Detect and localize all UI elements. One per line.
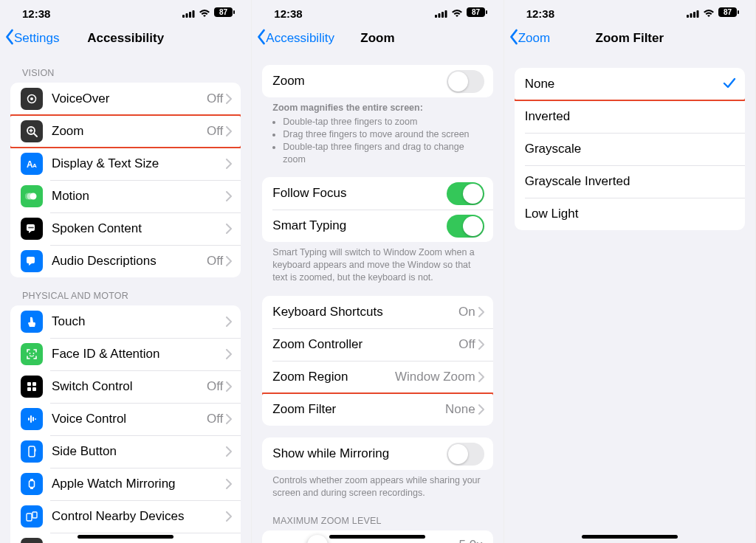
mirroring-group: Show while Mirroring [262,437,492,470]
row-zoom[interactable]: Zoom Off [10,115,241,148]
row-label: Zoom Filter [272,402,445,417]
svg-rect-37 [27,513,32,521]
zoom-note: Drag three fingers to move around the sc… [283,128,482,141]
row-voice-control[interactable]: Voice Control Off [10,403,241,435]
switch-control-icon [21,376,43,398]
chevron-right-icon [478,372,484,382]
chevron-right-icon [226,126,232,136]
option-label: Grayscale [525,142,736,156]
chevron-back-icon [509,29,518,49]
svg-rect-55 [738,10,739,14]
mirroring-toggle[interactable] [447,443,484,466]
svg-point-19 [30,227,32,229]
svg-rect-53 [696,10,698,18]
row-motion[interactable]: Motion [10,180,241,212]
row-touch[interactable]: Touch [10,305,241,338]
row-zoom-region[interactable]: Zoom Region Window Zoom [262,361,492,393]
status-bar: 12:38 87 [252,0,503,22]
row-detail: Off [207,124,223,139]
svg-rect-24 [27,382,31,386]
svg-rect-26 [27,387,31,391]
row-spoken-content[interactable]: Spoken Content [10,212,241,245]
row-label: Apple Watch Mirroring [52,477,226,491]
svg-rect-50 [687,15,689,18]
row-nearby-devices[interactable]: Control Nearby Devices [10,500,241,533]
chevron-right-icon [226,224,232,234]
option-grayscale-inverted[interactable]: Grayscale Inverted [515,165,745,198]
option-none[interactable]: None [515,68,745,100]
battery-text: 87 [219,8,228,16]
zoom-note: Double-tap three fingers and drag to cha… [283,141,482,166]
row-zoom-controller[interactable]: Zoom Controller Off [262,328,492,361]
back-label: Settings [14,31,59,46]
back-button[interactable]: Accessibility [252,29,334,49]
checkmark-icon [723,77,736,91]
svg-rect-45 [441,12,444,18]
smart-typing-toggle[interactable] [447,215,484,238]
chevron-right-icon [226,381,232,392]
chevron-right-icon [226,479,232,489]
vision-group: VoiceOver Off Zoom Off AA Display & Text… [10,83,241,277]
row-label: Motion [52,189,226,204]
row-side-button[interactable]: Side Button [10,435,241,468]
option-inverted[interactable]: Inverted [515,100,745,133]
svg-point-18 [29,227,30,229]
back-button[interactable]: Settings [0,29,59,49]
home-indicator [329,535,425,539]
row-keyboard-shortcuts[interactable]: Keyboard Shortcuts On [262,296,492,328]
chevron-right-icon [226,159,232,169]
side-button-icon [21,440,43,463]
row-label: Touch [52,314,226,329]
row-smart-typing[interactable]: Smart Typing [262,210,492,242]
text-size-icon: AA [21,153,43,175]
watch-icon [21,473,43,495]
follow-focus-toggle[interactable] [447,182,484,205]
wifi-icon [451,9,463,18]
zoom-toggle[interactable] [447,70,484,93]
zoom-note: Double-tap three fingers to zoom [283,116,482,128]
chevron-right-icon [226,256,232,266]
screen-accessibility: 12:38 87 Settings Accessibility VISION V… [0,0,252,543]
row-label: Voice Control [52,412,207,426]
row-zoom-filter[interactable]: Zoom Filter None [262,393,492,426]
row-voiceover[interactable]: VoiceOver Off [10,83,241,115]
back-button[interactable]: Zoom [504,29,550,49]
mirroring-description: Controls whether zoom appears while shar… [252,470,503,502]
svg-rect-31 [35,418,36,420]
row-show-while-mirroring[interactable]: Show while Mirroring [262,437,492,470]
svg-rect-51 [690,13,692,18]
row-label: Zoom Controller [272,337,458,352]
svg-point-22 [30,353,31,354]
svg-rect-30 [32,417,34,421]
row-audio-descriptions[interactable]: Audio Descriptions Off [10,245,241,277]
svg-rect-48 [486,10,487,14]
row-label: Follow Focus [272,186,446,201]
svg-point-7 [30,97,33,100]
row-zoom-toggle[interactable]: Zoom [262,65,492,97]
chevron-right-icon [478,404,484,415]
svg-rect-25 [32,382,36,386]
wifi-icon [199,9,210,18]
option-grayscale[interactable]: Grayscale [515,133,745,165]
status-bar: 12:38 87 [504,0,755,22]
row-display-text-size[interactable]: AA Display & Text Size [10,148,241,180]
nav-bar: Accessibility Zoom [252,22,503,55]
row-faceid[interactable]: Face ID & Attention [10,338,241,370]
status-bar: 12:38 87 [0,0,251,22]
battery-icon: 87 [214,7,235,20]
status-time: 12:38 [22,7,50,20]
row-detail: Off [458,337,475,352]
row-switch-control[interactable]: Switch Control Off [10,370,241,403]
cellular-signal-icon [687,10,699,18]
motion-icon [21,185,43,207]
back-label: Accessibility [266,31,334,46]
home-indicator [78,535,173,539]
option-low-light[interactable]: Low Light [515,198,745,230]
zoom-settings-group: Keyboard Shortcuts On Zoom Controller Of… [262,296,492,426]
row-watch-mirroring[interactable]: Apple Watch Mirroring [10,468,241,500]
svg-rect-32 [29,446,35,457]
row-label: Face ID & Attention [52,347,226,362]
row-follow-focus[interactable]: Follow Focus [262,177,492,210]
svg-text:87: 87 [472,8,481,16]
row-detail: Off [207,91,223,106]
